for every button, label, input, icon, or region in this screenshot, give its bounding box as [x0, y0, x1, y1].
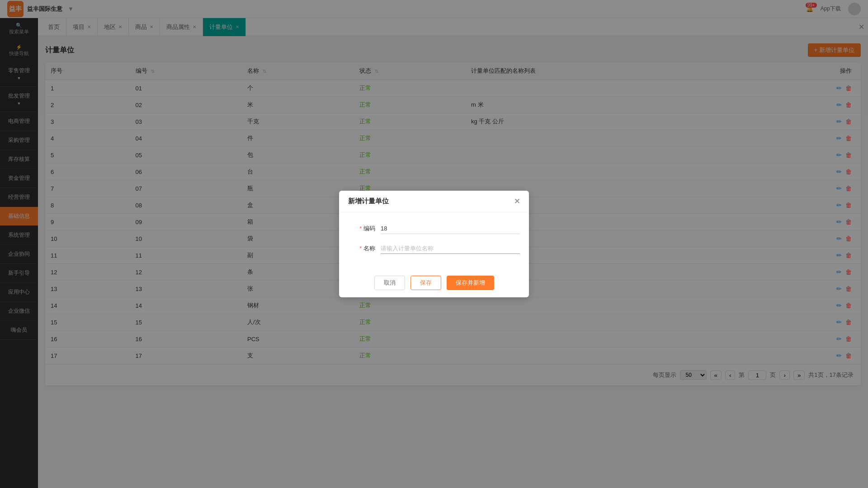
form-code-label: 编码	[348, 225, 375, 233]
modal-cancel-button[interactable]: 取消	[374, 276, 405, 290]
form-item-name: 名称	[348, 243, 520, 254]
modal-footer: 取消 保存 保存并新增	[339, 270, 529, 297]
form-item-code: 编码	[348, 223, 520, 234]
form-name-label: 名称	[348, 244, 375, 253]
form-name-input[interactable]	[381, 243, 520, 254]
form-code-input[interactable]	[381, 223, 520, 234]
modal-close-button[interactable]: ✕	[514, 197, 520, 206]
modal-save-button[interactable]: 保存	[410, 276, 441, 290]
add-unit-modal: 新增计量单位 ✕ 编码 名称 取消 保存 保存并新增	[339, 191, 529, 297]
modal-save-new-button[interactable]: 保存并新增	[447, 276, 494, 290]
modal-header: 新增计量单位 ✕	[339, 191, 529, 212]
modal-overlay[interactable]: 新增计量单位 ✕ 编码 名称 取消 保存 保存并新增	[0, 0, 868, 488]
modal-title: 新增计量单位	[348, 197, 389, 206]
modal-body: 编码 名称	[339, 212, 529, 270]
